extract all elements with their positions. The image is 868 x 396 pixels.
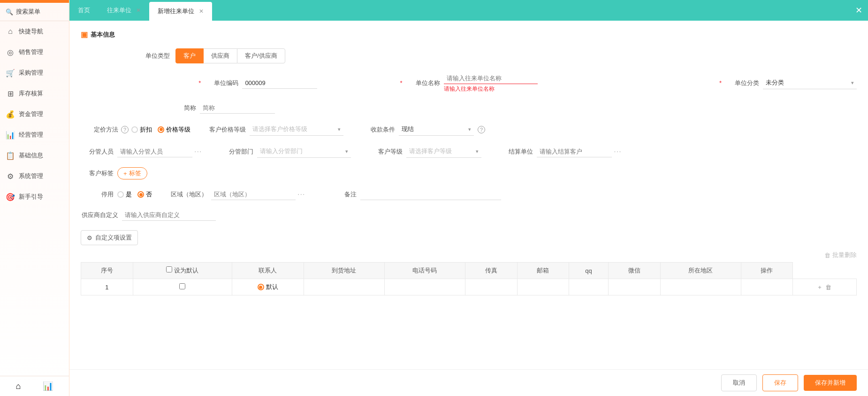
pricing-discount-radio[interactable]: 折扣 bbox=[131, 125, 152, 134]
chart-icon[interactable]: 📊 bbox=[43, 381, 53, 391]
unit-category-select[interactable]: 未分类 ▾ bbox=[763, 77, 857, 89]
department-select[interactable]: 请输入分管部门 ▾ bbox=[257, 145, 351, 158]
sidebar-item-sales[interactable]: ◎销售管理 bbox=[0, 42, 69, 62]
customer-price-level-select[interactable]: 请选择客户价格等级 ▾ bbox=[250, 123, 343, 136]
sidebar-item-quick-nav[interactable]: ⌂快捷导航 bbox=[0, 21, 69, 42]
plus-icon: + bbox=[123, 170, 127, 177]
customer-price-level-field: 客户价格等级 请选择客户价格等级 ▾ bbox=[209, 123, 343, 136]
payment-info-icon[interactable]: ? bbox=[478, 126, 485, 133]
settlement-unit-label: 结算单位 bbox=[500, 148, 533, 156]
disabled-no-radio[interactable]: 否 bbox=[137, 190, 152, 199]
unit-name-input[interactable] bbox=[444, 73, 538, 84]
payment-terms-field: 收款条件 现结 ▾ ? bbox=[362, 123, 485, 136]
level-label: 价格等级 bbox=[166, 125, 190, 134]
sidebar-item-finance[interactable]: 💰资金管理 bbox=[0, 104, 69, 124]
sales-icon: ◎ bbox=[6, 47, 15, 57]
chevron-down-icon: ▾ bbox=[851, 80, 854, 86]
unit-category-value: 未分类 bbox=[766, 78, 784, 87]
unit-name-label: 单位名称 bbox=[407, 79, 440, 87]
settlement-dots-button[interactable]: ··· bbox=[614, 148, 621, 156]
sidebar-search[interactable]: 🔍 搜索菜单 bbox=[0, 3, 69, 21]
save-button[interactable]: 保存 bbox=[762, 374, 798, 391]
tab-close-new-partner[interactable]: ✕ bbox=[199, 8, 204, 15]
region-input[interactable] bbox=[211, 189, 296, 200]
tab-label-home: 首页 bbox=[78, 6, 90, 15]
tab-home[interactable]: 首页 bbox=[69, 0, 99, 21]
customer-level-placeholder: 请选择客户等级 bbox=[409, 147, 452, 155]
unit-type-supplier-button[interactable]: 供应商 bbox=[204, 48, 237, 63]
region-input-group: ··· bbox=[211, 189, 305, 200]
short-name-input[interactable] bbox=[200, 102, 275, 114]
tag-label: 客户标签 bbox=[81, 169, 114, 178]
batch-delete-label[interactable]: 批量删除 bbox=[832, 251, 857, 259]
region-dots-button[interactable]: ··· bbox=[297, 190, 305, 199]
unit-type-both-button[interactable]: 客户/供应商 bbox=[237, 48, 285, 63]
custom-settings-button[interactable]: ⚙ 自定义项设置 bbox=[81, 230, 138, 245]
add-tag-button[interactable]: + 标签 bbox=[117, 167, 147, 179]
customer-level-select[interactable]: 请选择客户等级 ▾ bbox=[406, 145, 481, 158]
department-field: 分管部门 请输入分管部门 ▾ bbox=[221, 145, 351, 158]
tab-close-partners[interactable]: ✕ bbox=[136, 7, 141, 14]
supplier-custom-input[interactable] bbox=[122, 210, 216, 221]
cancel-button[interactable]: 取消 bbox=[721, 374, 757, 391]
manager-input[interactable] bbox=[117, 146, 192, 157]
unit-code-label: 单位编码 bbox=[206, 79, 238, 87]
manager-dots-button[interactable]: ··· bbox=[194, 148, 202, 156]
disabled-radio-group: 是 否 bbox=[117, 190, 152, 199]
pricing-radio-group: 折扣 价格等级 bbox=[131, 125, 190, 134]
row-cell bbox=[465, 279, 517, 295]
unit-code-input[interactable] bbox=[242, 78, 317, 89]
pricing-info-icon[interactable]: ? bbox=[121, 126, 129, 133]
table-header-cell: 邮箱 bbox=[517, 263, 569, 279]
row-default: 默认 bbox=[232, 279, 304, 295]
save-new-button[interactable]: 保存并新增 bbox=[804, 375, 857, 391]
disabled-yes-radio[interactable]: 是 bbox=[117, 190, 132, 199]
basic-icon: 📋 bbox=[6, 151, 15, 160]
delete-row-button[interactable]: 🗑 bbox=[825, 284, 831, 291]
table-header-cell: 序号 bbox=[81, 263, 133, 279]
unit-type-row: 单位类型 客户供应商客户/供应商 bbox=[137, 48, 857, 63]
close-all-tabs-button[interactable]: ✕ bbox=[855, 5, 862, 16]
default-radio[interactable] bbox=[258, 284, 264, 290]
customer-price-placeholder: 请选择客户价格等级 bbox=[252, 125, 307, 133]
pricing-level-radio[interactable]: 价格等级 bbox=[158, 125, 190, 134]
home-icon[interactable]: ⌂ bbox=[16, 381, 21, 391]
add-row-button[interactable]: + bbox=[818, 284, 822, 291]
unit-type-customer-button[interactable]: 客户 bbox=[175, 48, 204, 63]
search-icon: 🔍 bbox=[6, 8, 13, 16]
short-name-field: 简称 bbox=[81, 102, 275, 114]
payment-terms-select[interactable]: 现结 ▾ bbox=[399, 123, 474, 136]
sidebar-item-operation[interactable]: 📊经营管理 bbox=[0, 124, 69, 145]
inventory-icon: ⊞ bbox=[6, 89, 15, 98]
sidebar-item-inventory[interactable]: ⊞库存核算 bbox=[0, 83, 69, 104]
disabled-field: 停用 是 否 bbox=[81, 190, 152, 199]
pricing-method-field: 定价方法 ? 折扣 价格等级 bbox=[81, 125, 190, 134]
remark-input[interactable] bbox=[360, 189, 501, 200]
row-checkbox[interactable] bbox=[179, 283, 185, 289]
sidebar-item-purchase[interactable]: 🛒采购管理 bbox=[0, 62, 69, 83]
table-header-cell: qq bbox=[569, 263, 609, 279]
sidebar-label-operation: 经营管理 bbox=[19, 131, 43, 139]
page-content: ▣ 基本信息 单位类型 客户供应商客户/供应商 * 单位编码 * 单位名称 请输… bbox=[69, 21, 868, 369]
table-header-cell: 电话号码 bbox=[384, 263, 465, 279]
tab-label-new-partner: 新增往来单位 bbox=[158, 7, 194, 16]
supplier-custom-field: 供应商自定义 bbox=[81, 210, 216, 221]
tab-partners[interactable]: 往来单位✕ bbox=[99, 0, 149, 21]
settlement-unit-input[interactable] bbox=[537, 146, 612, 157]
sidebar-item-newbie[interactable]: 🎯新手引导 bbox=[0, 186, 69, 207]
department-label: 分管部门 bbox=[221, 148, 253, 156]
row-cell bbox=[517, 279, 569, 295]
sidebar-item-basic[interactable]: 📋基础信息 bbox=[0, 145, 69, 166]
table-row: 1默认+🗑 bbox=[81, 279, 857, 295]
no-radio-circle bbox=[137, 191, 144, 198]
row-index: 1 bbox=[81, 279, 133, 295]
table-header-cell: 微信 bbox=[608, 263, 660, 279]
newbie-icon: 🎯 bbox=[6, 192, 15, 202]
select-all-checkbox[interactable] bbox=[166, 266, 172, 272]
sidebar-item-system[interactable]: ⚙系统管理 bbox=[0, 166, 69, 186]
operation-icon: 📊 bbox=[6, 130, 15, 140]
chevron-down-icon5: ▾ bbox=[476, 148, 479, 155]
region-label: 区域（地区） bbox=[171, 190, 207, 199]
sidebar-search-label: 搜索菜单 bbox=[16, 8, 40, 16]
tab-new-partner[interactable]: 新增往来单位✕ bbox=[149, 2, 212, 21]
